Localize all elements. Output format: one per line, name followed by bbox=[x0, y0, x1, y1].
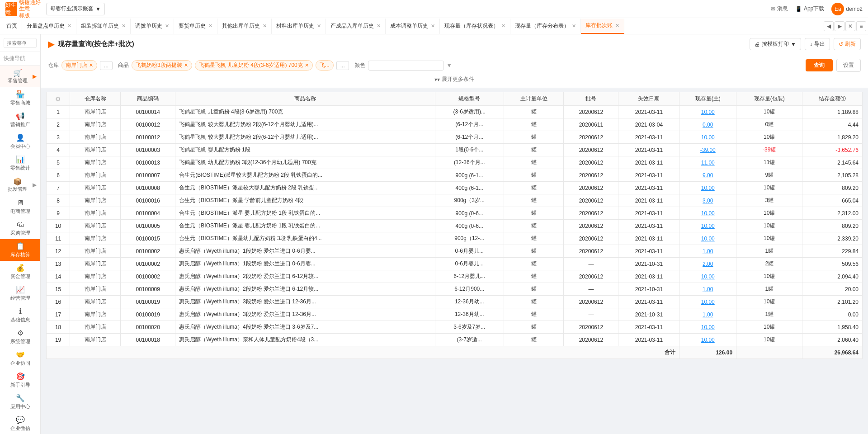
sidebar-item-member[interactable]: 👤 会员中心 bbox=[0, 131, 40, 152]
sidebar-item-wholesale[interactable]: 📦 批发管理 ▶ bbox=[0, 174, 40, 196]
user-area[interactable]: Ea demo2 bbox=[831, 3, 863, 15]
product-more-btn[interactable]: ... bbox=[336, 61, 349, 70]
tab-next-btn[interactable]: ▶ bbox=[835, 21, 844, 31]
app-download-btn[interactable]: 📱 App下载 bbox=[795, 5, 824, 13]
warehouse-tag[interactable]: 南岸门店 ✕ bbox=[61, 60, 97, 71]
query-btn[interactable]: 查询 bbox=[806, 59, 833, 71]
row-amount: 809.20 bbox=[802, 220, 863, 232]
table-row: 11 南岸门店 00100015 合生元（BIOSTIME）派星幼儿配方奶粉 3… bbox=[47, 232, 863, 245]
tab-5[interactable]: 其他出库单历史 ✕ bbox=[217, 19, 272, 34]
sidebar-item-finance[interactable]: 💰 资金管理 bbox=[0, 261, 40, 283]
row-qty-main[interactable]: 10.00 bbox=[679, 334, 736, 346]
row-qty-main[interactable]: 10.00 bbox=[679, 182, 736, 194]
sidebar-item-retail-shop[interactable]: 🏪 零售商城 bbox=[0, 87, 40, 109]
warehouse-more-btn[interactable]: ... bbox=[100, 61, 113, 70]
tab-6-close[interactable]: ✕ bbox=[317, 23, 321, 29]
sidebar-item-inventory[interactable]: 📋 库存核算 bbox=[0, 239, 40, 261]
message-btn[interactable]: ✉ 消息 bbox=[771, 5, 788, 13]
product-tag2[interactable]: 飞鹤星飞帆 儿童奶粉 4段(3-6岁适用) 700克 ✕ bbox=[195, 60, 313, 71]
row-qty-main[interactable]: 3.00 bbox=[679, 194, 736, 207]
tab-10-close[interactable]: ✕ bbox=[572, 23, 576, 29]
tab-2[interactable]: 组装拆卸单历史 ✕ bbox=[76, 19, 131, 34]
row-qty-main[interactable]: 10.00 bbox=[679, 131, 736, 144]
tab-menu-btn[interactable]: ≡ bbox=[856, 21, 866, 31]
row-qty-main[interactable]: 1.00 bbox=[679, 245, 736, 258]
main-layout: 快捷导航 🛒 零售管理 ▶ 🏪 零售商城 📢 营销推广 👤 会员中心 📊 零售统… bbox=[0, 34, 868, 434]
product-tag-more[interactable]: 飞... bbox=[316, 60, 334, 71]
row-amount: 1,829.20 bbox=[802, 131, 863, 144]
row-qty-main[interactable]: 9.00 bbox=[679, 169, 736, 182]
tab-11-close[interactable]: ✕ bbox=[615, 23, 619, 28]
row-qty-main[interactable]: 10.00 bbox=[679, 207, 736, 220]
tab-7[interactable]: 产成品入库单历史 ✕ bbox=[326, 19, 386, 34]
sidebar-toggle-btn[interactable]: ▶ bbox=[48, 39, 54, 49]
tab-5-close[interactable]: ✕ bbox=[263, 23, 267, 29]
row-qty-main[interactable]: 10.00 bbox=[679, 270, 736, 283]
col-setting[interactable]: ⚙ bbox=[47, 92, 70, 106]
export-btn[interactable]: ↓ 导出 bbox=[805, 38, 830, 50]
row-qty-main[interactable]: 10.00 bbox=[679, 296, 736, 308]
tab-7-close[interactable]: ✕ bbox=[377, 23, 381, 29]
sidebar-item-basic-info[interactable]: ℹ 基础信息 bbox=[0, 304, 40, 326]
row-qty-main[interactable]: -39.00 bbox=[679, 144, 736, 156]
settings-btn[interactable]: 设置 bbox=[836, 59, 861, 72]
tab-close-btn[interactable]: ✕ bbox=[845, 21, 855, 31]
tab-2-close[interactable]: ✕ bbox=[122, 23, 126, 29]
sidebar-item-retail-mgmt[interactable]: 🛒 零售管理 ▶ bbox=[0, 66, 40, 87]
row-qty-main[interactable]: 10.00 bbox=[679, 232, 736, 245]
tab-10[interactable]: 现存量（库存分布表） ✕ bbox=[510, 19, 581, 34]
tab-8-close[interactable]: ✕ bbox=[431, 23, 435, 29]
row-qty-main[interactable]: 10.00 bbox=[679, 106, 736, 118]
color-dropdown-icon[interactable]: ▼ bbox=[447, 62, 452, 69]
print-btn[interactable]: 🖨 按模板打印 ▼ bbox=[750, 38, 801, 50]
tab-11[interactable]: 库存批次账 ✕ bbox=[581, 19, 624, 34]
tab-9[interactable]: 现存量（库存状况表） ✕ bbox=[440, 19, 510, 34]
sidebar-item-guide[interactable]: 🎯 新手引导 bbox=[0, 369, 40, 391]
tab-6[interactable]: 材料出库单历史 ✕ bbox=[272, 19, 326, 34]
product-tag1[interactable]: 飞鹤奶粉3段两提装 ✕ bbox=[132, 60, 192, 71]
sidebar-item-purchase[interactable]: 🛍 采购管理 bbox=[0, 217, 40, 239]
product-tag1-remove[interactable]: ✕ bbox=[184, 62, 188, 68]
sidebar-item-retail-stats[interactable]: 📊 零售统计 bbox=[0, 152, 40, 174]
setting-icon[interactable]: ⚙ bbox=[55, 95, 61, 103]
row-qty-main[interactable]: 10.00 bbox=[679, 321, 736, 334]
search-input[interactable] bbox=[4, 38, 37, 48]
tab-home[interactable]: 首页 bbox=[2, 19, 22, 34]
tab-4[interactable]: 要货单历史 ✕ bbox=[174, 19, 217, 34]
warehouse-tag-remove[interactable]: ✕ bbox=[89, 62, 93, 68]
row-qty-main[interactable]: 11.00 bbox=[679, 156, 736, 169]
account-selector[interactable]: 母婴行业演示账套 ▼ bbox=[46, 3, 105, 15]
color-input[interactable] bbox=[368, 61, 444, 71]
row-batch: 20200612 bbox=[564, 296, 618, 308]
row-qty-main[interactable]: 1.00 bbox=[679, 308, 736, 321]
expand-conditions-btn[interactable]: ▾▾ 展开更多条件 bbox=[48, 75, 861, 83]
table-container: ⚙ 仓库名称 商品编码 商品名称 规格型号 主计量单位 批号 失效日期 现存量(… bbox=[41, 88, 868, 434]
product-tag2-remove[interactable]: ✕ bbox=[305, 62, 309, 68]
tab-8[interactable]: 成本调整单历史 ✕ bbox=[386, 19, 440, 34]
row-qty-main[interactable]: 2.00 bbox=[679, 258, 736, 270]
sidebar-item-wechat[interactable]: 💬 企业微信 bbox=[0, 413, 40, 434]
tab-9-close[interactable]: ✕ bbox=[501, 23, 505, 29]
row-qty-main[interactable]: 1.00 bbox=[679, 283, 736, 296]
tab-3-close[interactable]: ✕ bbox=[165, 23, 169, 29]
sidebar-item-ops[interactable]: 📈 经营管理 bbox=[0, 283, 40, 304]
sidebar-item-collab[interactable]: 🤝 企业协同 bbox=[0, 348, 40, 369]
row-qty-main[interactable]: 10.00 bbox=[679, 220, 736, 232]
row-code: 00100002 bbox=[121, 258, 175, 270]
tab-4-close[interactable]: ✕ bbox=[208, 23, 212, 29]
sidebar-item-marketing[interactable]: 📢 营销推广 bbox=[0, 109, 40, 131]
row-warehouse: 南岸门店 bbox=[70, 296, 121, 308]
refresh-btn[interactable]: ↺ 刷新 bbox=[834, 38, 861, 50]
row-num: 10 bbox=[47, 220, 70, 232]
ecommerce-icon: 🖥 bbox=[17, 199, 24, 207]
sidebar-item-ecommerce[interactable]: 🖥 电商管理 bbox=[0, 196, 40, 217]
row-code: 00100008 bbox=[121, 182, 175, 194]
row-qty-main[interactable]: 0.00 bbox=[679, 118, 736, 131]
sidebar-item-sys-mgmt[interactable]: ⚙ 系统管理 bbox=[0, 326, 40, 348]
sidebar-item-app-center[interactable]: 🔧 应用中心 bbox=[0, 391, 40, 413]
tab-1-close[interactable]: ✕ bbox=[67, 23, 71, 29]
tab-prev-btn[interactable]: ◀ bbox=[824, 21, 834, 31]
logo-icon-text: 好生意 bbox=[5, 1, 17, 17]
tab-3[interactable]: 调拨单历史 ✕ bbox=[131, 19, 174, 34]
tab-1[interactable]: 分量盘点单历史 ✕ bbox=[22, 19, 76, 34]
